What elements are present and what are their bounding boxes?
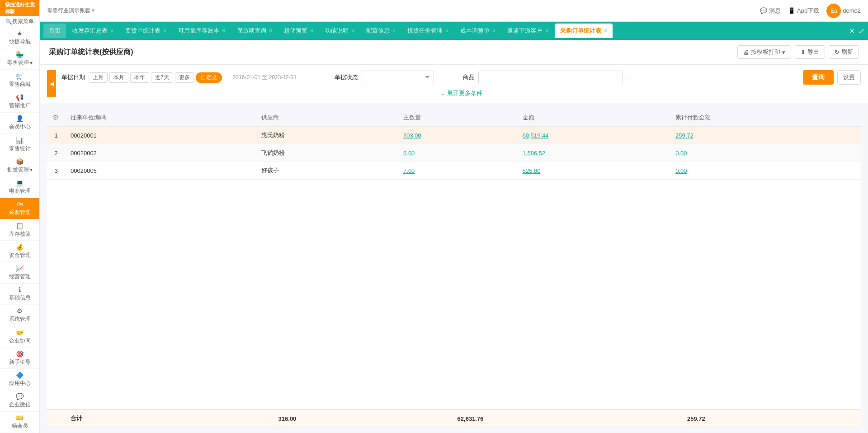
sidebar-item-enterprise-wechat[interactable]: 💬 企业微信 [0,390,39,412]
tab-pick-task-close[interactable]: × [445,28,448,34]
tab-config-info-close[interactable]: × [392,28,396,34]
sidebar-item-member[interactable]: 👤 会员中心 [0,113,39,134]
sidebar-item-member2[interactable]: 🎫 畅会员 [0,412,39,433]
tab-available-stock-close[interactable]: × [222,28,225,34]
goods-more-icon[interactable]: ··· [627,74,632,81]
tab-cost-adjust[interactable]: 成本调整单 × [455,24,501,38]
tab-function-desc[interactable]: 功能说明 × [320,24,360,38]
star-icon: ★ [17,30,23,37]
sidebar-item-wholesale[interactable]: 📦 批发管理 ▾ [0,155,39,176]
th-code: 往来单位编码 [65,109,256,127]
user-info[interactable]: Ea demo2 [826,4,861,18]
tab-overstock-alert[interactable]: 超储预警 × [278,24,319,38]
message-btn[interactable]: 💬 消息 [760,7,781,15]
sidebar-item-retail-mall[interactable]: 🛒 零售商城 [0,70,39,91]
expand-conditions-btn[interactable]: ⌄ 展开更多条件 [440,89,482,97]
sidebar-item-retail-mgmt[interactable]: 🏪 零售管理 ▾ [0,48,39,70]
date-btn-this-year[interactable]: 本年 [130,72,149,83]
tab-home-label: 首页 [49,27,61,35]
sidebar-item-search-label: 搜索菜单 [12,18,34,25]
tab-close-all-btn[interactable]: ✕ [849,27,855,35]
tab-pick-task-label: 拣货任务管理 [407,27,443,35]
row-quantity-2[interactable]: 7.00 [398,162,517,180]
sidebar-item-app-center[interactable]: 🔷 应用中心 [0,369,39,390]
row-paid-0[interactable]: 259.72 [670,127,861,144]
filter-area: ◀ 单据日期 上月 本月 本年 近7天 更多 自定义 [40,65,868,103]
refresh-btn[interactable]: ↻ 刷新 [829,45,859,59]
sidebar-item-purchase[interactable]: 🛍 采购管理 [0,198,39,219]
sidebar-item-enterprise[interactable]: 🤝 企业协同 [0,326,39,347]
date-btn-this-month[interactable]: 本月 [109,72,128,83]
print-icon: 🖨 [743,49,749,56]
sidebar-item-newbie[interactable]: 🎯 新手引导 [0,347,39,369]
footer-total-label: 合计 [65,409,206,428]
sidebar-item-marketing[interactable]: 📢 营销推广 [0,91,39,113]
sidebar-item-basics-label: 基础信息 [9,294,31,302]
row-quantity-1[interactable]: 6.00 [398,144,517,162]
tab-restore-btn[interactable]: ⤢ [859,27,864,35]
sidebar-item-inventory[interactable]: 📋 库存核算 [0,219,39,241]
sidebar-item-member2-label: 畅会员 [12,422,28,430]
template-print-btn[interactable]: 🖨 按模板打印 ▾ [737,45,791,59]
tab-invite-downstream[interactable]: 邀请下游客户 × [502,24,554,38]
sidebar-item-system-label: 系统管理 [9,315,31,323]
marketing-icon: 📢 [16,94,24,101]
status-select[interactable] [362,71,434,84]
sidebar-item-operations[interactable]: 📈 经营管理 [0,262,39,283]
tab-receive-send-close[interactable]: × [110,28,113,34]
sidebar-item-inventory-label: 库存核算 [9,230,31,238]
app-download-btn[interactable]: 📱 App下载 [788,7,819,15]
row-paid-2[interactable]: 0.00 [670,162,861,180]
date-btn-7days[interactable]: 近7天 [151,72,173,83]
sidebar-item-retail-stats-label: 零售统计 [9,145,31,152]
sidebar-item-search[interactable]: 🔍 搜索菜单 [0,16,39,27]
date-btn-custom[interactable]: 自定义 [196,72,222,83]
sidebar-item-app-center-label: 应用中心 [9,380,31,387]
goods-input[interactable] [478,71,623,84]
row-code-0: 00020001 [65,127,256,144]
footer-empty-1 [47,409,65,428]
sidebar-item-finance[interactable]: 💰 资金管理 [0,241,39,262]
query-btn[interactable]: 查询 [803,70,834,85]
tab-expiry-query-close[interactable]: × [269,28,272,34]
sidebar-item-basics[interactable]: ℹ 基础信息 [0,284,39,305]
date-btn-last-month[interactable]: 上月 [89,72,108,83]
tab-function-desc-close[interactable]: × [351,28,354,34]
tab-pick-task[interactable]: 拣货任务管理 × [402,24,454,38]
tab-goods-stat[interactable]: 要货单统计表 × [120,24,172,38]
sidebar-item-quick-nav[interactable]: ★ 快捷导航 [0,27,39,48]
filter-body: 单据日期 上月 本月 本年 近7天 更多 自定义 2016-01-0 [61,70,861,97]
tab-purchase-stat[interactable]: 采购订单统计表 × [555,24,613,38]
tab-purchase-stat-close[interactable]: × [604,28,607,34]
sidebar-item-retail-stats[interactable]: 📊 零售统计 [0,134,39,155]
tab-home[interactable]: 首页 [43,24,66,38]
sidebar-item-ecommerce[interactable]: 💻 电商管理 [0,176,39,198]
tab-config-info[interactable]: 配置信息 × [361,24,401,38]
tab-receive-send[interactable]: 收发存汇总表 × [67,24,119,38]
tab-available-stock[interactable]: 可用量库存账本 × [173,24,231,38]
settings-btn[interactable]: 设置 [837,70,861,85]
tab-overstock-alert-close[interactable]: × [310,28,313,34]
message-label: 消息 [769,7,781,15]
tab-function-desc-label: 功能说明 [325,27,349,35]
status-label: 单据状态 [335,73,358,81]
tab-cost-adjust-close[interactable]: × [492,28,495,34]
row-supplier-2: 好孩子 [256,162,398,180]
date-btn-more[interactable]: 更多 [175,72,194,83]
tab-expiry-query[interactable]: 保质期查询 × [231,24,278,38]
export-btn[interactable]: ⬇ 导出 [795,45,825,59]
tab-invite-downstream-close[interactable]: × [545,28,548,34]
settings-icon[interactable]: ⚙ [52,114,59,121]
breadcrumb-arrow[interactable]: ▾ [92,7,94,14]
row-amount-0[interactable]: 60,519.44 [517,127,670,144]
row-quantity-0[interactable]: 303.00 [398,127,517,144]
th-supplier: 供应商 [256,109,398,127]
row-amount-1[interactable]: 1,586.52 [517,144,670,162]
data-table: ⚙ 往来单位编码 供应商 主数量 金额 累计付款金额 1 00020001 惠氏… [47,109,861,180]
row-amount-2[interactable]: 525.80 [517,162,670,180]
table-wrapper: ⚙ 往来单位编码 供应商 主数量 金额 累计付款金额 1 00020001 惠氏… [47,109,861,409]
sidebar-item-system[interactable]: ⚙ 系统管理 [0,305,39,326]
filter-collapse-btn[interactable]: ◀ [47,70,56,97]
row-paid-1[interactable]: 0.00 [670,144,861,162]
tab-goods-stat-close[interactable]: × [163,28,166,34]
